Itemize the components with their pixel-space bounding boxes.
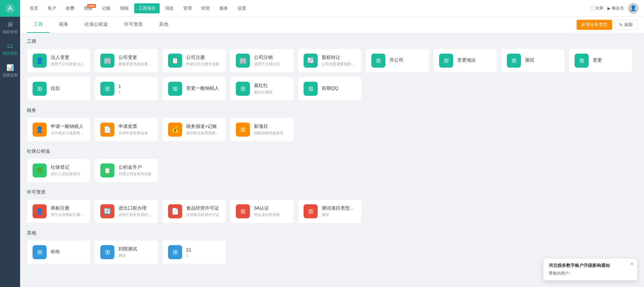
nav-tax[interactable]: 报税 bbox=[116, 3, 133, 13]
card-desc-apply-taxpayer: 当月或次月成变更完成 bbox=[51, 131, 85, 136]
card-liupei[interactable]: ⊞ 刘陪测试 测试 bbox=[95, 240, 158, 264]
card-title-fund-open: 公积金开户 bbox=[118, 164, 153, 170]
card-qianqi[interactable]: ⊞ 前期QQ bbox=[298, 77, 362, 101]
card-desc-test-project-type: 测试 bbox=[322, 212, 356, 217]
card-icon-twentyone: ⊞ bbox=[168, 245, 182, 259]
card-title-company-cancel: 公司注销 bbox=[254, 55, 288, 61]
sidebar-item-project-type[interactable]: 🗂 项目类型 bbox=[0, 39, 20, 60]
subtab-social[interactable]: 社保公积金 bbox=[78, 17, 115, 33]
card-desc-tax-report: 拿到营业执照的新公司 bbox=[186, 131, 220, 136]
content-area: 工商 税务 社保公积金 许可资质 其他 新增业务类型 ↻ 刷新 工商 👤 法人变… bbox=[20, 17, 644, 287]
card-title-apply-taxpayer: 申请一般纳税人 bbox=[51, 124, 85, 130]
card-test[interactable]: ⊞ 测试 bbox=[501, 49, 565, 73]
section-title-tax: 税务 bbox=[27, 107, 637, 114]
nav-service[interactable]: 服务 bbox=[215, 3, 232, 13]
card-desc-fund-open: 办理公积金相关业务 bbox=[118, 171, 153, 176]
card-lala[interactable]: ⊞ 拉拉 bbox=[27, 77, 91, 101]
card-desc-gehonghong: 葛红红测试 bbox=[254, 90, 288, 95]
card-title-food-permit: 食品经营许可证 bbox=[186, 205, 220, 211]
card-title-legal-change: 法人变更 bbox=[51, 55, 85, 61]
card-icon-change: ⊞ bbox=[575, 54, 589, 68]
card-change-taxpayer[interactable]: ⊞ 变更一般纳税人 bbox=[162, 77, 226, 101]
card-twentyone[interactable]: ⊞ 21 1 bbox=[162, 240, 226, 264]
card-tax-report[interactable]: 💰 税务报道+记账 拿到营业执照的新公司 bbox=[162, 118, 226, 142]
subtab-actions: 新增业务类型 ↻ 刷新 bbox=[577, 20, 637, 30]
subtab-other[interactable]: 其他 bbox=[152, 17, 175, 33]
card-food-permit[interactable]: 📄 食品经营许可证 办理食品经营许可证 bbox=[162, 199, 226, 223]
vip-btn[interactable]: ▶ 畅会员 bbox=[607, 5, 624, 11]
card-title-3a-cert: 3A认证 bbox=[254, 205, 288, 211]
nav-billing[interactable]: 收费 bbox=[62, 3, 78, 13]
fullscreen-icon: ⛶ bbox=[590, 6, 594, 11]
card-icon-apply-taxpayer: 👤 bbox=[33, 123, 47, 137]
new-type-button[interactable]: 新增业务类型 bbox=[577, 20, 612, 30]
sidebar-item-project-mgmt[interactable]: ⊞ 项目管理 bbox=[0, 17, 20, 39]
avatar[interactable]: 👤 bbox=[628, 3, 639, 14]
fullscreen-btn[interactable]: ⛶ 全屏 bbox=[590, 5, 603, 11]
nav-management[interactable]: 管理 bbox=[179, 3, 196, 13]
sub-tabs: 工商 税务 社保公积金 许可资质 其他 新增业务类型 ↻ 刷新 bbox=[20, 17, 644, 33]
card-3a-cert[interactable]: ⊞ 3A认证 对企业信誉评级 bbox=[230, 199, 294, 223]
notification-close-btn[interactable]: ✕ bbox=[630, 261, 634, 267]
card-icon-one: ⊞ bbox=[100, 82, 114, 96]
cards-grid-social: 🌿 社保登记 进行人员社保登记 📋 公积金开户 办理公积金相关业务 bbox=[27, 158, 637, 183]
sidebar-item-progress[interactable]: 📊 进度监测 bbox=[0, 60, 20, 82]
subtab-permit[interactable]: 许可资质 bbox=[117, 17, 150, 33]
card-trademark[interactable]: 👤 商标注册 用于企业商标注册服务 bbox=[27, 199, 91, 223]
nav-home[interactable]: 首页 bbox=[25, 3, 42, 13]
card-test-project-type[interactable]: ⊞ 测试项目类型目定义 测试 bbox=[298, 199, 362, 223]
card-change-address[interactable]: ⊞ 变更地址 bbox=[433, 49, 497, 73]
nav-customer[interactable]: 客户 bbox=[44, 3, 60, 13]
card-open-company[interactable]: ⊞ 开公司 bbox=[366, 49, 429, 73]
card-icon-company-register: 📋 bbox=[168, 54, 182, 68]
cards-grid-industry: 👤 法人变更 适用于公司变更法人 🏢 公司变更 股权变更外的业务变更 📋 bbox=[27, 49, 637, 101]
card-icon-new-project: ⊞ bbox=[236, 123, 250, 137]
card-title-company-change: 公司变更 bbox=[118, 55, 153, 61]
card-fund-open[interactable]: 📋 公积金开户 办理公积金相关业务 bbox=[95, 158, 158, 183]
nav-operation[interactable]: 经营 bbox=[197, 3, 214, 13]
card-company-change[interactable]: 🏢 公司变更 股权变更外的业务变更 bbox=[95, 49, 158, 73]
subtab-tax[interactable]: 税务 bbox=[52, 17, 75, 33]
card-desc-one: 1 bbox=[118, 90, 153, 94]
nav-industry[interactable]: 工商项目 bbox=[134, 3, 160, 13]
card-title-company-register: 公司注册 bbox=[186, 55, 220, 61]
card-gehonghong[interactable]: ⊞ 葛红红 葛红红测试 bbox=[230, 77, 294, 101]
card-one[interactable]: ⊞ 1 1 bbox=[95, 77, 158, 101]
card-company-register[interactable]: 📋 公司注册 申请公司注册全流程 bbox=[162, 49, 226, 73]
card-title-change: 变更 bbox=[593, 57, 627, 63]
card-title-twentyone: 21 bbox=[186, 247, 220, 253]
card-import-export[interactable]: 🔄 进出口权办理 适用于对外贸易经营者 bbox=[95, 199, 158, 223]
nav-settings[interactable]: 设置 bbox=[233, 3, 250, 13]
card-legal-change[interactable]: 👤 法人变更 适用于公司变更法人 bbox=[27, 49, 91, 73]
card-icon-gehonghong: ⊞ bbox=[236, 82, 250, 96]
avatar-icon: 👤 bbox=[630, 5, 637, 11]
card-icon-qianqi: ⊞ bbox=[304, 82, 318, 96]
card-icon-company-change: 🏢 bbox=[100, 54, 114, 68]
refresh-button[interactable]: ↻ 刷新 bbox=[615, 20, 637, 30]
card-apply-invoice[interactable]: 📄 申请发票 办理申请发票业务 bbox=[95, 118, 158, 142]
card-desc-social-register: 进行人员社保登记 bbox=[51, 171, 85, 176]
card-desc-food-permit: 办理食品经营许可证 bbox=[186, 212, 220, 217]
sidebar-logo[interactable] bbox=[0, 0, 20, 17]
sidebar: ⊞ 项目管理 🗂 项目类型 📊 进度监测 bbox=[0, 0, 20, 287]
card-icon-import-export: 🔄 bbox=[100, 204, 114, 218]
subtab-industry[interactable]: 工商 bbox=[27, 17, 50, 33]
notification-content: 尊敬的用户： bbox=[549, 271, 632, 276]
card-social-register[interactable]: 🌿 社保登记 进行人员社保登记 bbox=[27, 158, 91, 183]
card-desc-equity: 公司变更需要股权转让 bbox=[322, 62, 356, 67]
invoice-badge: new bbox=[87, 4, 96, 8]
nav-invoice[interactable]: 票据 new bbox=[80, 3, 97, 13]
notification-title: 河北税务数字账户升级影响通知 bbox=[549, 263, 632, 269]
card-company-cancel[interactable]: 🏢 公司注销 适用于注销公司 bbox=[230, 49, 294, 73]
card-equity-transfer[interactable]: 🔄 股权转让 公司变更需要股权转让 bbox=[298, 49, 362, 73]
card-haha[interactable]: ⊞ 哈哈 bbox=[27, 240, 91, 264]
card-apply-taxpayer[interactable]: 👤 申请一般纳税人 当月或次月成变更完成 bbox=[27, 118, 91, 142]
card-icon-trademark: 👤 bbox=[33, 204, 47, 218]
card-new-project[interactable]: ⊞ 新项目 报税加税控盘保管 bbox=[230, 118, 294, 142]
nav-accounting[interactable]: 记账 bbox=[98, 3, 115, 13]
nav-message[interactable]: 消息 bbox=[161, 3, 178, 13]
card-change[interactable]: ⊞ 变更 bbox=[569, 49, 633, 73]
svg-point-0 bbox=[5, 4, 15, 13]
card-icon-equity: 🔄 bbox=[304, 54, 318, 68]
card-title-change-taxpayer: 变更一般纳税人 bbox=[186, 85, 220, 91]
